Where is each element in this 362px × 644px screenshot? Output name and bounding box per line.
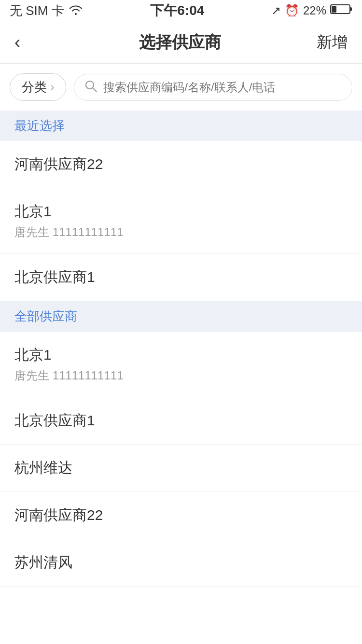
filter-bar: 分类 › <box>0 64 362 111</box>
chevron-right-icon: › <box>51 81 54 94</box>
svg-rect-1 <box>332 6 336 13</box>
item-name: 杭州维达 <box>14 458 348 478</box>
item-name: 河南供应商22 <box>14 154 348 174</box>
svg-line-4 <box>93 88 97 92</box>
list-item[interactable]: 北京供应商1 <box>0 254 362 301</box>
search-box <box>74 74 352 101</box>
status-left: 无 SIM 卡 <box>10 2 84 19</box>
list-item[interactable]: 北京供应商1 <box>0 397 362 445</box>
location-icon: ↗ <box>271 4 281 17</box>
list-item[interactable]: 苏州清风 <box>0 539 362 587</box>
list-item[interactable]: 北京1唐先生 11111111111 <box>0 332 362 397</box>
category-button[interactable]: 分类 › <box>10 73 66 101</box>
nav-bar: ‹ 选择供应商 新增 <box>0 21 362 64</box>
list-item[interactable]: 杭州维达 <box>0 445 362 492</box>
status-bar: 无 SIM 卡 下午6:04 ↗ ⏰ 22% <box>0 0 362 21</box>
item-name: 苏州清风 <box>14 553 348 573</box>
search-icon <box>84 79 97 96</box>
item-name: 北京供应商1 <box>14 267 348 287</box>
category-label: 分类 <box>22 79 47 96</box>
status-right: ↗ ⏰ 22% <box>271 3 352 18</box>
status-time: 下午6:04 <box>150 1 204 20</box>
add-button[interactable]: 新增 <box>317 32 348 53</box>
list-item[interactable]: 北京1唐先生 11111111111 <box>0 188 362 254</box>
section-header-recent: 最近选择 <box>0 111 362 141</box>
item-sub: 唐先生 11111111111 <box>14 224 348 240</box>
search-input[interactable] <box>103 81 342 94</box>
content-list: 最近选择河南供应商22北京1唐先生 11111111111北京供应商1全部供应商… <box>0 111 362 587</box>
item-name: 北京供应商1 <box>14 411 348 431</box>
alarm-icon: ⏰ <box>285 4 299 17</box>
section-header-all: 全部供应商 <box>0 301 362 332</box>
svg-rect-2 <box>350 7 352 11</box>
item-sub: 唐先生 11111111111 <box>14 368 348 383</box>
wifi-icon <box>68 3 84 18</box>
battery-text: 22% <box>303 4 326 17</box>
page-title: 选择供应商 <box>139 31 221 54</box>
sim-status: 无 SIM 卡 <box>10 2 64 19</box>
back-button[interactable]: ‹ <box>14 32 43 53</box>
item-name: 北京1 <box>14 345 348 365</box>
item-name: 河南供应商22 <box>14 505 348 525</box>
item-name: 北京1 <box>14 202 348 222</box>
list-item[interactable]: 河南供应商22 <box>0 492 362 539</box>
list-item[interactable]: 河南供应商22 <box>0 141 362 188</box>
battery-icon <box>330 3 352 18</box>
